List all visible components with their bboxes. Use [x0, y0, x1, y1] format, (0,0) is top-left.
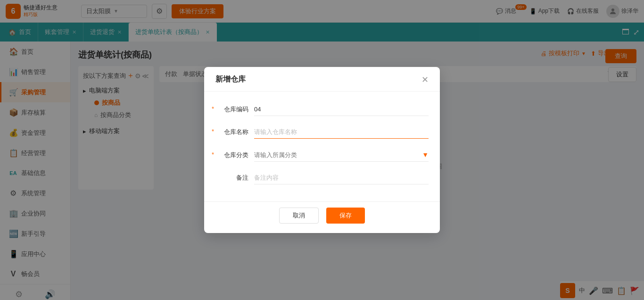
- dialog-header: 新增仓库 ✕: [204, 67, 440, 92]
- category-input[interactable]: [254, 151, 422, 158]
- note-input[interactable]: [254, 171, 429, 184]
- dialog-footer: 取消 保存: [204, 201, 440, 233]
- code-input[interactable]: [254, 103, 429, 116]
- form-row-note: 备注: [215, 171, 429, 184]
- overlay: 新增仓库 ✕ 仓库编码 仓库名称 仓库分类 ▼ 备注: [0, 0, 644, 300]
- dialog-body: 仓库编码 仓库名称 仓库分类 ▼ 备注: [204, 92, 440, 201]
- name-label: 仓库名称: [215, 128, 248, 136]
- name-input[interactable]: [254, 125, 429, 139]
- form-row-code: 仓库编码: [215, 103, 429, 116]
- dialog-title: 新增仓库: [215, 75, 246, 84]
- code-label: 仓库编码: [215, 105, 248, 114]
- category-label: 仓库分类: [215, 151, 248, 159]
- category-select-wrapper[interactable]: ▼: [254, 148, 429, 162]
- dialog-new-warehouse: 新增仓库 ✕ 仓库编码 仓库名称 仓库分类 ▼ 备注: [204, 67, 440, 233]
- cancel-button[interactable]: 取消: [279, 208, 319, 224]
- category-dropdown-icon[interactable]: ▼: [422, 151, 429, 158]
- form-row-category: 仓库分类 ▼: [215, 148, 429, 162]
- dialog-close-icon[interactable]: ✕: [421, 75, 429, 84]
- save-button[interactable]: 保存: [326, 208, 365, 224]
- form-row-name: 仓库名称: [215, 125, 429, 139]
- note-label: 备注: [215, 174, 248, 182]
